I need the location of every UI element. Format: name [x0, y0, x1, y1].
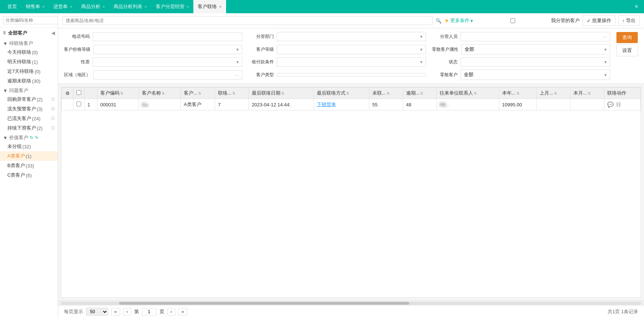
sidebar-item-repurchase-abnormal[interactable]: 回购异常客户(2) ⓘ	[0, 95, 58, 104]
sort-code-icon: ⇅	[120, 91, 123, 95]
scroll-track	[61, 302, 641, 305]
sidebar-item-tomorrow[interactable]: 明天待联络(1)	[0, 57, 58, 67]
row-checkbox[interactable]	[76, 102, 81, 106]
col-last-month[interactable]: 上月...⇅	[537, 88, 570, 99]
search-input[interactable]	[62, 16, 433, 25]
dept-select[interactable]: ▾	[277, 32, 426, 41]
export-button[interactable]: ↑ 导出	[618, 15, 640, 26]
phone-input[interactable]	[93, 32, 242, 41]
my-customers-checkbox[interactable]: 我分管的客户	[476, 17, 580, 24]
col-contact-count[interactable]: 联络...⇅	[215, 88, 248, 99]
collapse-icon[interactable]: ◀	[51, 31, 55, 36]
sidebar-item-declining[interactable]: 持续下滑客户(2) ⓘ	[0, 123, 58, 133]
col-type[interactable]: 客户...⇅	[180, 88, 215, 99]
region-select[interactable]: ···	[93, 70, 242, 80]
search-bar-icon[interactable]: 🔍	[436, 18, 441, 24]
close-tab-1[interactable]: ×	[70, 4, 72, 9]
person-select[interactable]: ···	[461, 32, 610, 41]
sidebar-item-today[interactable]: 今天待联络(0)	[0, 47, 58, 57]
close-tab-0[interactable]: ×	[42, 4, 44, 9]
person-dots-icon[interactable]: ···	[603, 34, 607, 39]
select-all-checkbox[interactable]	[76, 90, 81, 95]
cell-last-method[interactable]: 下销货单	[314, 99, 369, 110]
settings-button[interactable]: 设置	[616, 45, 638, 56]
query-button[interactable]: 查询	[616, 32, 638, 43]
price-level-select[interactable]: ▾	[93, 45, 242, 54]
region-dots-icon[interactable]: ···	[235, 72, 239, 78]
horizontal-scrollbar[interactable]	[58, 301, 644, 305]
filter-icon: ▼	[444, 18, 449, 24]
col-name[interactable]: 客户名称⇅	[139, 88, 181, 99]
group-problem-customers[interactable]: ▼ 问题客户	[0, 86, 58, 95]
filter-row-2: 客户价格等级 ▾ 客户等级 ▾	[64, 44, 610, 54]
filter-bar: 🔍 ▼ 更多条件 ▾ 我分管的客户 ✓ 批量操作 ↑ 导出	[58, 13, 644, 28]
close-tab-2[interactable]: ×	[103, 4, 105, 9]
col-gear[interactable]: ⚙	[62, 88, 74, 99]
retail-attr-chevron-icon: ▾	[604, 47, 607, 52]
col-uncontacted[interactable]: 未联...⇅	[369, 88, 403, 99]
cell-contact-count: 7	[215, 99, 248, 110]
filter-right-actions: ✓ 批量操作 ↑ 导出	[583, 15, 640, 26]
retail-select[interactable]: 全部 ▾	[461, 70, 610, 80]
filter-person: 分管人员 ···	[432, 32, 610, 41]
sidebar-item-7days[interactable]: 近7天待联络(0)	[0, 67, 58, 76]
nav-tab-5[interactable]: 客户联络 ×	[193, 0, 226, 13]
nav-tab-4[interactable]: 客户分层经营 ×	[151, 0, 193, 13]
col-last-method[interactable]: 最后联络方式⇅	[314, 88, 369, 99]
sidebar-item-churn-warning[interactable]: 流失预警客户(3) ⓘ	[0, 104, 58, 114]
sidebar-item-overdue[interactable]: 逾期未联络(30)	[0, 76, 58, 86]
contact-method-link[interactable]: 下销货单	[317, 102, 336, 107]
refresh-icon[interactable]: ↻	[30, 135, 33, 140]
page-input[interactable]	[142, 308, 157, 315]
sidebar-item-ungrouped[interactable]: 未分组(32)	[0, 142, 58, 151]
sidebar-item-churned[interactable]: 已流失客户(24) ⓘ	[0, 114, 58, 123]
nav-tab-2[interactable]: 商品分析 ×	[77, 0, 109, 13]
close-tab-3[interactable]: ×	[144, 4, 147, 9]
dept-chevron-icon: ▾	[420, 34, 423, 39]
col-cur-month[interactable]: 本月...⇅	[570, 88, 604, 99]
nav-tab-1[interactable]: 进货单 ×	[49, 0, 76, 13]
last-page-button[interactable]: »	[178, 308, 187, 315]
more-conditions-button[interactable]: ▼ 更多条件 ▾	[444, 17, 473, 24]
customer-type-select[interactable]	[277, 73, 426, 77]
message-icon[interactable]: 💬	[607, 102, 613, 107]
first-page-button[interactable]: «	[111, 308, 120, 315]
filter-region: 区域（地区） ···	[64, 70, 242, 80]
scroll-thumb[interactable]	[119, 302, 409, 305]
nav-tab-3[interactable]: 商品分析列表 ×	[109, 0, 151, 13]
close-tab-5[interactable]: ×	[219, 4, 221, 9]
group-value-customers[interactable]: ▼ 价值客户 ↻ ✎	[0, 133, 58, 142]
sidebar-item-class-a[interactable]: A类客户(1)	[0, 151, 58, 161]
nav-tab-0[interactable]: 销售单 ×	[21, 0, 49, 13]
nav-home[interactable]: 首页	[3, 0, 21, 13]
prev-page-button[interactable]: ‹	[123, 308, 131, 315]
grid-icon: ⠿	[3, 31, 6, 36]
all-customers-header[interactable]: ⠿ 全部客户 ◀	[0, 28, 58, 39]
col-check[interactable]	[74, 88, 85, 99]
customer-level-select[interactable]: ▾	[277, 45, 426, 54]
status-select[interactable]: ▾	[461, 57, 610, 67]
sidebar-item-class-b[interactable]: B类客户(33)	[0, 161, 58, 170]
col-related-contact[interactable]: 往来单位联系人⇅	[437, 88, 499, 99]
next-page-button[interactable]: ›	[167, 308, 175, 315]
payment-select[interactable]: ▾	[277, 57, 426, 67]
my-customers-check[interactable]	[476, 18, 550, 23]
close-tab-4[interactable]: ×	[187, 4, 189, 9]
col-overdue[interactable]: 逾期...⇅	[403, 88, 437, 99]
data-table-area: ⚙ 客户编码⇅ 客户名称⇅ 客户...⇅ 联络...⇅ 最后联络日期⇅ 最后联络…	[61, 87, 641, 298]
link-icon[interactable]: ⛓	[616, 102, 621, 107]
cell-check[interactable]	[74, 99, 85, 110]
edit-icon[interactable]: ✎	[35, 135, 39, 140]
col-actions: 联络动作	[604, 88, 640, 99]
group-pending-contact[interactable]: ▼ 待联络客户	[0, 39, 58, 47]
sidebar-search-input[interactable]	[3, 16, 58, 24]
col-last-date[interactable]: 最后联络日期⇅	[248, 88, 314, 99]
retail-attr-select[interactable]: 全部 ▾	[461, 44, 610, 54]
nature-select[interactable]: ▾	[93, 57, 242, 67]
sidebar-item-class-c[interactable]: C类客户(6)	[0, 170, 58, 180]
batch-operations-button[interactable]: ✓ 批量操作	[583, 15, 615, 26]
per-page-select[interactable]: 50 100	[86, 308, 108, 316]
col-code[interactable]: 客户编码⇅	[97, 88, 139, 99]
col-year[interactable]: 本年...⇅	[499, 88, 536, 99]
close-all-button[interactable]: ×	[632, 3, 641, 10]
